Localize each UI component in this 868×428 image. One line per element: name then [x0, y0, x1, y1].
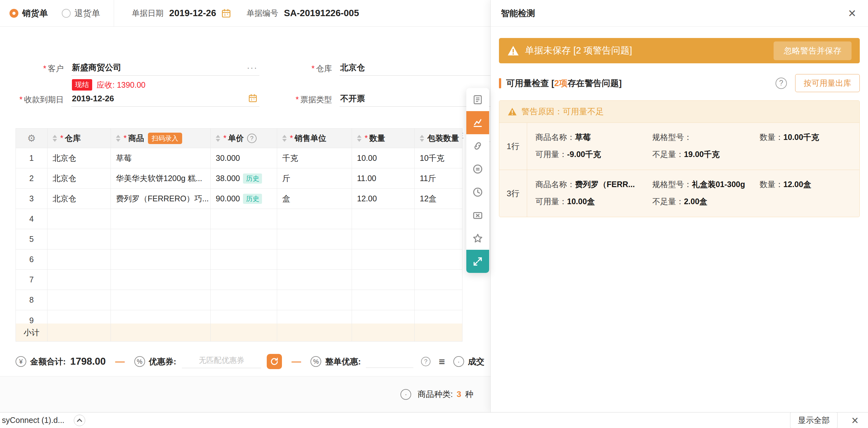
qty-cell[interactable] [352, 250, 415, 269]
qty-cell[interactable] [352, 310, 415, 324]
column-header-warehouse[interactable]: * 仓库 [48, 129, 111, 148]
refresh-coupon-button[interactable] [267, 354, 282, 369]
price-cell[interactable] [211, 270, 277, 290]
history-price-badge[interactable]: 历史 [243, 194, 262, 204]
warehouse-field[interactable]: 北京仓 [340, 61, 490, 76]
order-discount-input[interactable] [366, 355, 413, 368]
warehouse-cell[interactable]: 北京仓 [48, 189, 111, 209]
link-button[interactable] [466, 134, 489, 157]
pkg-cell[interactable] [415, 209, 462, 229]
pkg-cell[interactable]: 11斤 [415, 168, 462, 188]
pkg-cell[interactable] [415, 310, 462, 324]
history-price-badge[interactable]: 历史 [243, 173, 262, 184]
unit-cell[interactable]: 千克 [277, 148, 352, 168]
voucher-button[interactable] [466, 203, 489, 227]
product-cell[interactable] [111, 270, 211, 290]
column-header-unit[interactable]: * 销售单位 [277, 129, 352, 148]
qty-cell[interactable]: 10.00 [352, 148, 415, 168]
price-cell[interactable] [211, 250, 277, 269]
product-cell[interactable] [111, 250, 211, 269]
unit-cell[interactable] [277, 290, 352, 310]
calendar-icon[interactable] [221, 8, 231, 19]
doc-date-value[interactable]: 2019-12-26 [169, 8, 216, 19]
column-header-price[interactable]: * 单价 ? [211, 129, 277, 148]
warning-count: 2项 [554, 78, 568, 88]
close-icon[interactable]: × [848, 7, 856, 20]
smart-detection-button[interactable] [466, 111, 489, 134]
product-cell[interactable] [111, 209, 211, 229]
close-download-bar-icon[interactable]: × [851, 415, 859, 426]
product-cell[interactable]: 草莓 [111, 148, 211, 168]
product-cell[interactable] [111, 229, 211, 249]
product-cell[interactable]: 费列罗（FERRERO）巧... [111, 189, 211, 209]
qty-cell[interactable]: 12.00 [352, 189, 415, 209]
discount-help-icon[interactable]: ? [421, 357, 431, 366]
qty-cell[interactable] [352, 270, 415, 290]
warehouse-cell[interactable] [48, 209, 111, 229]
unit-cell[interactable] [277, 310, 352, 324]
price-cell[interactable] [211, 310, 277, 324]
help-icon[interactable]: ? [775, 77, 787, 89]
qty-cell[interactable] [352, 209, 415, 229]
menu-icon[interactable]: ≡ [439, 356, 445, 368]
pkg-cell[interactable] [415, 290, 462, 310]
tab-return-order[interactable]: 退货单 [62, 8, 100, 19]
warehouse-cell[interactable]: 北京仓 [48, 168, 111, 188]
product-cell[interactable] [111, 290, 211, 310]
more-options-icon[interactable]: ··· [247, 63, 257, 73]
pkg-cell[interactable]: 10千克 [415, 148, 462, 168]
due-date-field[interactable]: 2019-12-26 [71, 92, 259, 107]
history-clock-button[interactable] [466, 180, 489, 203]
qty-cell[interactable] [352, 229, 415, 249]
ship-by-availability-button[interactable]: 按可用量出库 [795, 74, 860, 92]
column-header-pkg[interactable]: 包装数量 [415, 129, 462, 148]
unit-cell[interactable]: 斤 [277, 168, 352, 188]
ignore-and-save-button[interactable]: 忽略警告并保存 [774, 41, 851, 60]
tab-sales-order[interactable]: 销货单 [9, 8, 48, 19]
collapse-dash-icon[interactable]: — [291, 356, 301, 367]
coupon-input[interactable]: 无匹配优惠券 [182, 355, 261, 368]
column-header-product[interactable]: * 商品 扫码录入 [111, 129, 211, 148]
form-notes-button[interactable] [466, 88, 489, 111]
download-file-name[interactable]: syConnect (1).d... [2, 416, 64, 425]
show-all-downloads-button[interactable]: 显示全部 [790, 412, 838, 428]
collapse-dash-icon[interactable]: — [115, 356, 125, 367]
pkg-cell[interactable] [415, 250, 462, 269]
download-caret-button[interactable] [74, 415, 85, 426]
price-cell[interactable]: 90.000历史 [211, 189, 277, 209]
qty-cell[interactable]: 11.00 [352, 168, 415, 188]
payment-button[interactable] [466, 157, 489, 180]
warehouse-cell[interactable] [48, 290, 111, 310]
unit-cell[interactable] [277, 229, 352, 249]
price-cell[interactable] [211, 290, 277, 310]
product-cell[interactable] [111, 310, 211, 324]
price-help-icon[interactable]: ? [247, 134, 257, 143]
price-cell[interactable]: 30.000 [211, 148, 277, 168]
gear-icon[interactable]: ⚙ [27, 133, 36, 144]
warehouse-cell[interactable]: 北京仓 [48, 148, 111, 168]
unit-cell[interactable] [277, 209, 352, 229]
row-number: 5 [16, 229, 48, 249]
unit-cell[interactable] [277, 270, 352, 290]
warehouse-cell[interactable] [48, 270, 111, 290]
warehouse-cell[interactable] [48, 310, 111, 324]
pkg-cell[interactable]: 12盒 [415, 189, 462, 209]
price-cell[interactable] [211, 229, 277, 249]
unit-cell[interactable]: 盒 [277, 189, 352, 209]
pkg-cell[interactable] [415, 229, 462, 249]
customer-field[interactable]: 新盛商贸公司 ··· [71, 61, 259, 76]
scan-entry-button[interactable]: 扫码录入 [148, 133, 182, 144]
column-header-qty[interactable]: * 数量 [352, 129, 415, 148]
pkg-cell[interactable] [415, 270, 462, 290]
unit-cell[interactable] [277, 250, 352, 269]
favorite-star-button[interactable] [466, 227, 489, 250]
column-settings-cell[interactable]: ⚙ [16, 129, 48, 148]
price-cell[interactable] [211, 209, 277, 229]
product-cell[interactable]: 华美华夫软饼1200g 糕... [111, 168, 211, 188]
qty-cell[interactable] [352, 290, 415, 310]
calendar-icon[interactable] [248, 93, 257, 104]
price-cell[interactable]: 38.000历史 [211, 168, 277, 188]
expand-fullscreen-button[interactable] [466, 250, 489, 273]
warehouse-cell[interactable] [48, 250, 111, 269]
warehouse-cell[interactable] [48, 229, 111, 249]
